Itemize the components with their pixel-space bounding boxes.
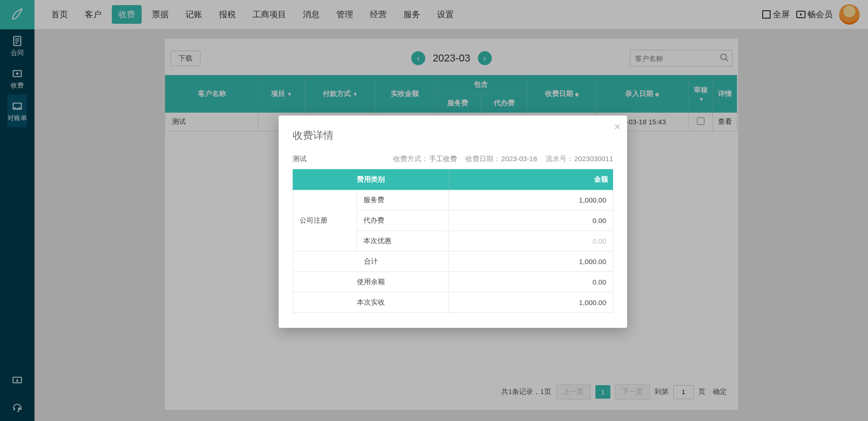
serial-label: 流水号： bbox=[546, 155, 574, 163]
detail-group: 公司注册 bbox=[293, 190, 357, 251]
date-value: 2023-03-18 bbox=[501, 155, 537, 163]
detail-label: 代办费 bbox=[356, 210, 449, 231]
summary-row: 使用余额0.00 bbox=[293, 272, 613, 292]
detail-amount: 0.00 bbox=[449, 210, 613, 231]
th-category: 费用类别 bbox=[293, 170, 449, 190]
summary-label: 使用余额 bbox=[293, 272, 449, 292]
detail-row: 公司注册服务费1,000.00 bbox=[293, 190, 613, 210]
serial-value: 2023030011 bbox=[574, 155, 613, 163]
detail-label: 服务费 bbox=[356, 190, 449, 210]
fee-detail-modal: × 收费详情 测试 收费方式：手工收费 收费日期：2023-03-18 流水号：… bbox=[279, 115, 627, 328]
modal-title: 收费详情 bbox=[293, 129, 613, 143]
method-label: 收费方式： bbox=[393, 155, 428, 163]
close-icon[interactable]: × bbox=[614, 120, 621, 133]
detail-amount: 0.00 bbox=[449, 231, 613, 251]
method-value: 手工收费 bbox=[429, 155, 457, 163]
summary-label: 本次实收 bbox=[293, 292, 449, 313]
detail-amount: 1,000.00 bbox=[449, 190, 613, 210]
summary-row: 合计1,000.00 bbox=[293, 251, 613, 272]
modal-meta: 测试 收费方式：手工收费 收费日期：2023-03-18 流水号：2023030… bbox=[293, 155, 613, 163]
summary-amount: 1,000.00 bbox=[449, 292, 613, 313]
summary-label: 合计 bbox=[293, 251, 449, 272]
date-label: 收费日期： bbox=[465, 155, 500, 163]
th-amount: 金额 bbox=[449, 170, 613, 190]
modal-customer: 测试 bbox=[293, 155, 307, 163]
detail-label: 本次优惠 bbox=[356, 231, 449, 251]
summary-amount: 1,000.00 bbox=[449, 251, 613, 272]
summary-row: 本次实收1,000.00 bbox=[293, 292, 613, 313]
summary-amount: 0.00 bbox=[449, 272, 613, 292]
detail-table: 费用类别 金额 公司注册服务费1,000.00代办费0.00本次优惠0.00合计… bbox=[293, 169, 613, 313]
